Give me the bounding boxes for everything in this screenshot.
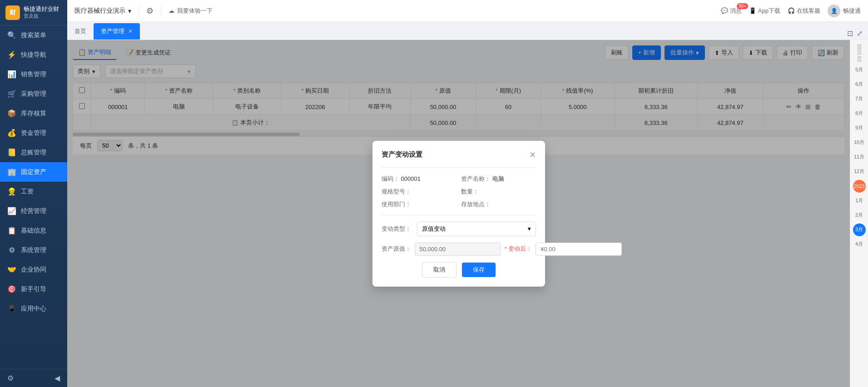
- sales-icon: 📊: [7, 70, 16, 79]
- message-icon: 💬: [721, 7, 728, 14]
- window-expand-icon[interactable]: ⤢: [857, 29, 863, 38]
- sidebar-item-operations[interactable]: 📈 经营管理: [0, 201, 67, 221]
- payroll-icon: 👷: [7, 187, 16, 196]
- dialog-code-field: 编码： 000001: [382, 175, 456, 183]
- window-restore-icon[interactable]: ⊡: [847, 29, 853, 38]
- basic-info-icon: 📋: [7, 226, 16, 235]
- experience-btn[interactable]: ☁ 我要体验一下: [169, 7, 213, 15]
- topbar-divider2: [161, 6, 161, 15]
- dialog-asset-name-field: 资产名称： 电脑: [461, 175, 536, 183]
- dialog: 资产变动设置 ✕ 编码： 000001 资产名称： 电脑: [372, 141, 545, 287]
- dialog-quantity-field: 数量：: [461, 188, 536, 196]
- save-button[interactable]: 保存: [462, 263, 496, 277]
- sidebar-item-basic-info[interactable]: 📋 基础信息: [0, 221, 67, 240]
- year-2023[interactable]: 2023: [853, 180, 866, 193]
- after-change-input[interactable]: [536, 243, 622, 256]
- fixed-assets-icon: 🏢: [7, 168, 16, 176]
- operations-icon: 📈: [7, 207, 16, 215]
- customer-service-icon: 🎧: [788, 7, 795, 14]
- month-11[interactable]: 11月: [853, 151, 866, 164]
- company-dropdown-icon: ▾: [128, 7, 131, 15]
- change-type-select[interactable]: 原值变动 ▾: [417, 222, 536, 236]
- sidebar-item-enterprise[interactable]: 🤝 企业协同: [0, 260, 67, 279]
- dialog-close-btn[interactable]: ✕: [529, 150, 536, 160]
- sidebar-item-app-center[interactable]: 📱 应用中心: [0, 299, 67, 318]
- month-1[interactable]: 1月: [853, 194, 866, 207]
- sidebar-logo: 财 畅捷通好业财 普及版: [0, 0, 67, 25]
- topbar-right: 💬 消息 99+ 📱 App下载 🎧 在线客服 👤 畅捷通: [721, 5, 861, 17]
- user-btn[interactable]: 👤 畅捷通: [828, 5, 861, 17]
- sidebar: 财 畅捷通好业财 普及版 🔍 搜索菜单 ⚡ 快捷导航 📊 销售管理 🛒 采购管理…: [0, 0, 67, 387]
- month-5[interactable]: 5月: [853, 64, 866, 76]
- sidebar-item-system[interactable]: ⚙ 系统管理: [0, 240, 67, 260]
- main-area: 医疗器械行业演示 ▾ ⚙ ☁ 我要体验一下 💬 消息 99+ 📱 App下载 🎧…: [67, 0, 868, 387]
- sidebar-item-guide[interactable]: 🎯 新手引导: [0, 279, 67, 299]
- dialog-divider1: [382, 167, 536, 168]
- topbar: 医疗器械行业演示 ▾ ⚙ ☁ 我要体验一下 💬 消息 99+ 📱 App下载 🎧…: [67, 0, 868, 22]
- settings-gear-icon[interactable]: ⚙: [146, 6, 154, 16]
- tab-asset-management[interactable]: 资产管理 ✕: [94, 23, 140, 40]
- month-8[interactable]: 8月: [853, 107, 866, 120]
- month-2[interactable]: 2月: [853, 209, 866, 222]
- required-mark: * 变动后：: [505, 245, 532, 253]
- sidebar-item-sales[interactable]: 📊 销售管理: [0, 64, 67, 84]
- dialog-spec-field: 规格型号：: [382, 188, 456, 196]
- sidebar-item-funds[interactable]: 💰 资金管理: [0, 123, 67, 143]
- settings-icon[interactable]: ⚙: [7, 374, 14, 382]
- tab-close-icon[interactable]: ✕: [128, 28, 133, 35]
- month-3-current[interactable]: 3月: [853, 223, 866, 236]
- change-type-dropdown-icon: ▾: [528, 225, 531, 232]
- tab-home[interactable]: 首页: [67, 23, 94, 40]
- change-type-label: 变动类型：: [382, 225, 413, 233]
- sidebar-item-purchase[interactable]: 🛒 采购管理: [0, 84, 67, 104]
- message-btn[interactable]: 💬 消息 99+: [721, 7, 742, 15]
- cancel-button[interactable]: 取消: [422, 262, 456, 278]
- dialog-header: 资产变动设置 ✕: [382, 150, 536, 160]
- topbar-divider1: [139, 6, 139, 15]
- app-center-icon: 📱: [7, 304, 16, 313]
- month-9[interactable]: 9月: [853, 122, 866, 134]
- right-panel: 2023.03 5月 6月 7月 8月 9月 10月 11月 12月 2023 …: [850, 40, 868, 387]
- dialog-title: 资产变动设置: [382, 150, 422, 159]
- sidebar-item-fixed-assets[interactable]: 🏢 固定资产: [0, 162, 67, 182]
- sidebar-item-search[interactable]: 🔍 搜索菜单: [0, 25, 67, 45]
- customer-service-btn[interactable]: 🎧 在线客服: [788, 7, 820, 15]
- tab-actions: ⊡ ⤢: [847, 29, 868, 38]
- guide-icon: 🎯: [7, 285, 16, 293]
- sidebar-item-ledger[interactable]: 📒 总账管理: [0, 143, 67, 162]
- funds-icon: 💰: [7, 129, 16, 137]
- search-icon: 🔍: [7, 31, 16, 40]
- content-area: 📋 资产明细 📝 变更生成凭证 刷账 + 新增 批量操作 ▾: [67, 40, 868, 387]
- experience-icon: ☁: [169, 7, 174, 14]
- right-panel-date-label: 2023.03: [857, 44, 862, 62]
- sidebar-item-inventory[interactable]: 📦 库存核算: [0, 104, 67, 123]
- original-value-label: 资产原值：: [382, 245, 411, 253]
- month-6[interactable]: 6月: [853, 78, 866, 91]
- dialog-location-field: 存放地点：: [461, 200, 536, 208]
- sidebar-item-quicknav[interactable]: ⚡ 快捷导航: [0, 45, 67, 64]
- system-icon: ⚙: [7, 246, 16, 254]
- tabbar: 首页 资产管理 ✕ ⊡ ⤢: [67, 22, 868, 40]
- dialog-change-type-row: 变动类型： 原值变动 ▾: [382, 222, 536, 236]
- app-logo-icon: 财: [5, 5, 20, 20]
- overlay: 资产变动设置 ✕ 编码： 000001 资产名称： 电脑: [67, 40, 850, 387]
- month-10[interactable]: 10月: [853, 136, 866, 149]
- ledger-icon: 📒: [7, 148, 16, 157]
- month-12[interactable]: 12月: [853, 165, 866, 178]
- dialog-value-row: 资产原值： * 变动后：: [382, 243, 536, 256]
- month-4[interactable]: 4月: [853, 238, 866, 251]
- message-badge: 99+: [737, 3, 748, 9]
- month-7[interactable]: 7月: [853, 93, 866, 105]
- app-download-icon: 📱: [749, 7, 756, 14]
- app-logo-text: 畅捷通好业财 普及版: [24, 5, 59, 20]
- avatar: 👤: [828, 5, 840, 17]
- company-selector[interactable]: 医疗器械行业演示 ▾: [74, 7, 131, 15]
- sidebar-bottom: ⚙ ◀: [0, 369, 67, 387]
- app-download-btn[interactable]: 📱 App下载: [749, 7, 780, 15]
- collapse-icon[interactable]: ◀: [55, 374, 60, 382]
- sidebar-item-payroll[interactable]: 👷 工资: [0, 182, 67, 201]
- dialog-divider2: [382, 215, 536, 215]
- dialog-actions: 取消 保存: [382, 262, 536, 278]
- original-value-input: [415, 243, 501, 256]
- page-content: 📋 资产明细 📝 变更生成凭证 刷账 + 新增 批量操作 ▾: [67, 40, 850, 387]
